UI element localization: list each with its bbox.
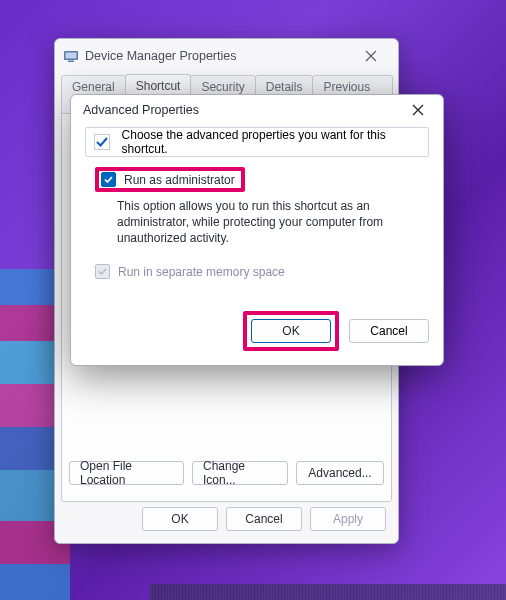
button-label: OK (171, 512, 188, 526)
run-separate-checkbox (95, 264, 110, 279)
ok-highlight: OK (243, 311, 339, 351)
tab-label: Security (201, 80, 244, 94)
button-label: OK (282, 324, 299, 338)
dialog-title: Advanced Properties (83, 103, 199, 117)
button-label: Change Icon... (203, 459, 277, 487)
apply-button[interactable]: Apply (310, 507, 386, 531)
run-as-admin-description: This option allows you to run this short… (117, 198, 399, 247)
cancel-button[interactable]: Cancel (349, 319, 429, 343)
run-as-admin-highlight: Run as administrator (95, 167, 245, 192)
advanced-button[interactable]: Advanced... (296, 461, 384, 485)
dialog-confirm-row: OK Cancel Apply (142, 507, 386, 531)
ok-button[interactable]: OK (142, 507, 218, 531)
change-icon-button[interactable]: Change Icon... (192, 461, 288, 485)
titlebar[interactable]: Advanced Properties (71, 95, 443, 125)
window-title: Device Manager Properties (85, 49, 236, 63)
tab-label: Details (266, 80, 303, 94)
button-label: Cancel (370, 324, 407, 338)
svg-rect-3 (94, 135, 109, 150)
run-as-admin-checkbox[interactable] (101, 172, 116, 187)
advanced-properties-dialog: Advanced Properties Choose the advanced … (70, 94, 444, 366)
cancel-button[interactable]: Cancel (226, 507, 302, 531)
tab-label: Shortcut (136, 79, 181, 93)
open-file-location-button[interactable]: Open File Location (69, 461, 184, 485)
ok-button[interactable]: OK (251, 319, 331, 343)
app-icon (63, 48, 79, 64)
button-label: Open File Location (80, 459, 173, 487)
dialog-buttons: OK Cancel (243, 311, 429, 351)
svg-rect-1 (66, 53, 77, 59)
button-label: Cancel (245, 512, 282, 526)
button-label: Advanced... (308, 466, 371, 480)
titlebar[interactable]: Device Manager Properties (55, 39, 398, 73)
run-separate-label: Run in separate memory space (118, 265, 285, 279)
tab-label: General (72, 80, 115, 94)
wallpaper-deco-bottom (150, 584, 506, 600)
shield-check-icon (92, 132, 112, 152)
button-label: Apply (333, 512, 363, 526)
shortcut-action-row: Open File Location Change Icon... Advanc… (69, 461, 384, 485)
info-text: Choose the advanced properties you want … (122, 128, 428, 156)
info-bar: Choose the advanced properties you want … (85, 127, 429, 157)
run-as-admin-label: Run as administrator (124, 173, 235, 187)
close-button[interactable] (350, 42, 392, 70)
close-button[interactable] (397, 97, 439, 123)
svg-rect-2 (68, 61, 74, 63)
